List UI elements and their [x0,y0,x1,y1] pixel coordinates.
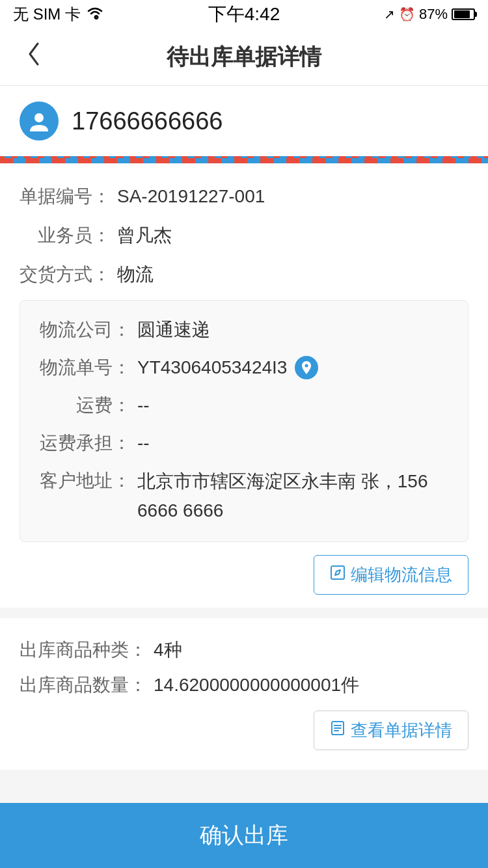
document-number-row: 单据编号： SA-20191227-001 [20,183,468,210]
status-bar: 无 SIM 卡 下午4:42 ↗ ⏰ 87% [0,0,488,29]
confirm-outbound-label: 确认出库 [200,821,288,850]
status-time: 下午4:42 [208,2,280,27]
nav-bar: 待出库单据详情 [0,29,488,86]
freight-value: -- [137,392,448,419]
address-value: 北京市市辖区海淀区永丰南 张，156 6666 6666 [137,467,448,526]
delivery-method-label: 交货方式： [20,261,111,288]
logistics-company-label: 物流公司： [40,316,131,344]
logistics-company-row: 物流公司： 圆通速递 [40,316,448,344]
svg-point-1 [305,364,308,368]
view-details-button[interactable]: 查看单据详情 [314,711,468,750]
salesperson-row: 业务员： 曾凡杰 [20,222,468,249]
svg-point-0 [34,113,44,122]
tracking-number-row: 物流单号： YT43064053424I3 [40,354,448,381]
edit-icon [330,565,346,585]
goods-quantity-row: 出库商品数量： 14.6200000000000001件 [20,673,468,698]
goods-section: 出库商品种类： 4种 出库商品数量： 14.6200000000000001件 … [0,618,488,770]
order-info-section: 单据编号： SA-20191227-001 业务员： 曾凡杰 交货方式： 物流 … [0,163,488,608]
view-details-btn-wrapper: 查看单据详情 [20,711,468,750]
svg-rect-2 [331,566,344,579]
goods-type-row: 出库商品种类： 4种 [20,638,468,662]
carrier-label: 无 SIM 卡 [13,4,81,25]
delivery-method-value: 物流 [117,261,468,288]
document-icon [330,720,346,740]
tracking-location-icon[interactable] [295,356,318,379]
goods-quantity-value: 14.6200000000000001件 [154,673,359,698]
freight-label: 运费： [40,392,131,419]
page-title: 待出库单据详情 [167,42,321,72]
logistics-card: 物流公司： 圆通速递 物流单号： YT43064053424I3 运费： [20,300,468,542]
battery-icon [452,8,475,20]
back-button[interactable] [20,34,48,79]
salesperson-value: 曾凡杰 [117,222,468,249]
tracking-number-label: 物流单号： [40,354,131,381]
document-number-label: 单据编号： [20,183,111,210]
address-row: 客户地址： 北京市市辖区海淀区永丰南 张，156 6666 6666 [40,467,448,526]
status-right: ↗ ⏰ 87% [384,6,475,23]
customer-phone: 17666666666 [72,107,223,135]
dashed-divider [0,158,488,163]
wifi-icon [86,5,104,23]
view-details-label: 查看单据详情 [351,719,452,742]
goods-quantity-label: 出库商品数量： [20,673,147,698]
status-left: 无 SIM 卡 [13,4,104,25]
tracking-number-value: YT43064053424I3 [137,354,448,381]
goods-type-value: 4种 [154,638,182,662]
content-area: 单据编号： SA-20191227-001 业务员： 曾凡杰 交货方式： 物流 … [0,163,488,868]
alarm-icon: ⏰ [399,7,415,22]
document-number-value: SA-20191227-001 [117,183,468,210]
freight-row: 运费： -- [40,392,448,419]
goods-type-label: 出库商品种类： [20,638,147,662]
delivery-method-row: 交货方式： 物流 [20,261,468,288]
tracking-num-text: YT43064053424I3 [137,354,287,381]
freight-bearer-label: 运费承担： [40,429,131,457]
battery-percent: 87% [419,6,448,23]
location-status-icon: ↗ [384,7,395,22]
customer-header: 17666666666 [0,86,488,158]
salesperson-label: 业务员： [20,222,111,249]
logistics-company-value: 圆通速递 [137,316,448,344]
freight-bearer-row: 运费承担： -- [40,429,448,457]
address-label: 客户地址： [40,467,131,495]
edit-logistics-label: 编辑物流信息 [351,563,452,586]
avatar [20,102,59,141]
edit-logistics-btn-wrapper: 编辑物流信息 [20,555,468,595]
freight-bearer-value: -- [137,429,448,457]
edit-logistics-button[interactable]: 编辑物流信息 [314,555,468,595]
confirm-outbound-button[interactable]: 确认出库 [0,803,488,868]
